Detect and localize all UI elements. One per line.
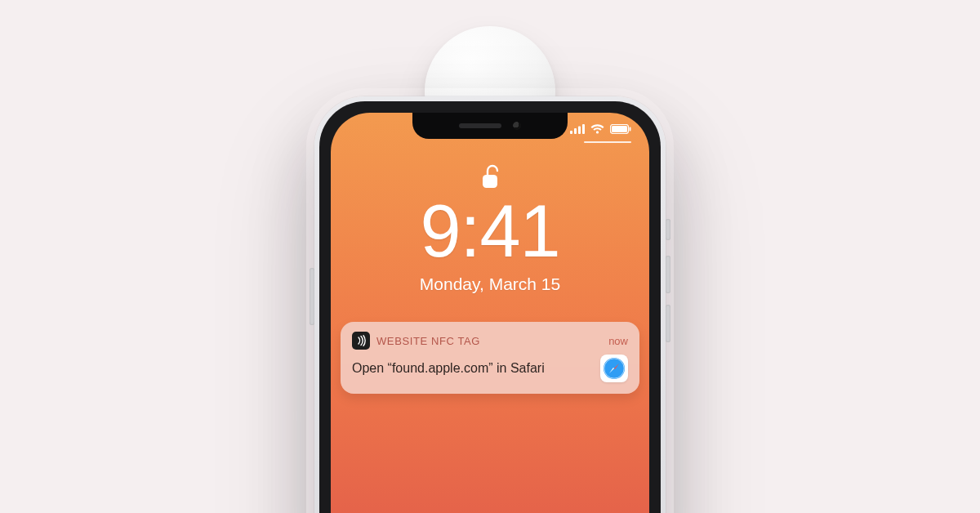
cellular-signal-icon [570, 124, 585, 134]
iphone-chassis: 9:41 Monday, March 15 WEBSITE NFC TAG [314, 96, 666, 513]
earpiece-speaker [459, 123, 501, 128]
mute-switch [666, 219, 670, 240]
notification-message: Open “found.apple.com” in Safari [352, 361, 592, 376]
svg-rect-7 [483, 175, 497, 188]
status-underline [584, 141, 631, 143]
lock-screen[interactable]: 9:41 Monday, March 15 WEBSITE NFC TAG [331, 113, 649, 513]
svg-rect-3 [582, 124, 585, 134]
nfc-notification[interactable]: WEBSITE NFC TAG now Open “found.apple.co… [341, 322, 639, 394]
battery-icon [610, 124, 631, 134]
power-button [310, 268, 314, 325]
notification-body: Open “found.apple.com” in Safari [352, 355, 628, 382]
iphone-bezel: 9:41 Monday, March 15 WEBSITE NFC TAG [319, 101, 661, 513]
lock-status [331, 163, 649, 191]
lockscreen-time: 9:41 [331, 194, 649, 268]
svg-rect-2 [578, 127, 581, 135]
notification-source: WEBSITE NFC TAG [376, 335, 602, 347]
lockscreen-date: Monday, March 15 [331, 274, 649, 294]
notification-timestamp: now [608, 335, 628, 347]
svg-rect-1 [574, 128, 577, 134]
safari-icon [600, 355, 628, 382]
display-notch [412, 113, 568, 139]
front-camera [513, 122, 521, 130]
nfc-icon [352, 332, 370, 350]
svg-rect-0 [570, 131, 572, 134]
svg-rect-5 [612, 126, 627, 132]
volume-down-button [666, 305, 670, 342]
status-bar-right [570, 124, 631, 134]
unlocked-padlock-icon [479, 163, 501, 191]
volume-up-button [666, 256, 670, 293]
svg-rect-6 [630, 127, 631, 132]
wifi-icon [590, 124, 604, 134]
product-stage: 9:41 Monday, March 15 WEBSITE NFC TAG [0, 0, 980, 513]
notification-header: WEBSITE NFC TAG now [352, 332, 628, 350]
